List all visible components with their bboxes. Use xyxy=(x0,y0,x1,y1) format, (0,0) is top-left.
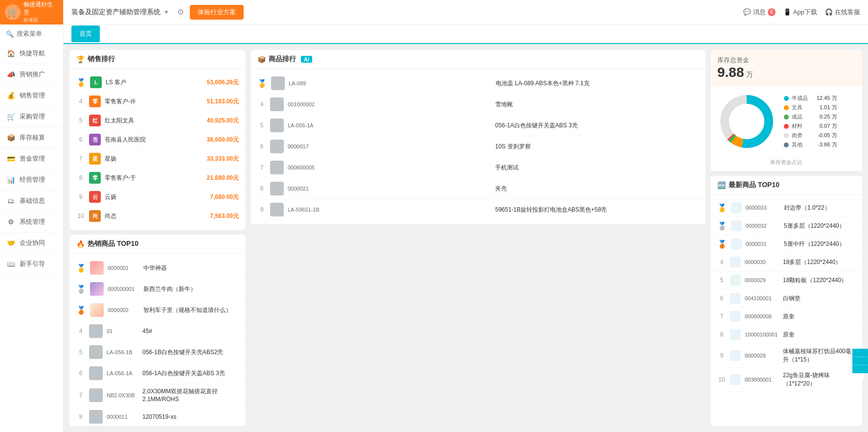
latest-item: 4 0000030 18多层（1220*2440） xyxy=(710,253,862,271)
rank-number: 8 xyxy=(76,413,85,420)
rank-item: 5 LA-056-1A 056-1A白色按键开关盖ABS 3壳 xyxy=(251,115,706,136)
product-thumb xyxy=(730,311,741,322)
medal-icon: 🥇 xyxy=(76,264,86,273)
sales-icon: 💰 xyxy=(6,92,16,99)
sidebar-item-basics[interactable]: 🗂 基础信息 xyxy=(0,191,63,212)
product-name: 智利车子里（规格不知道填什么） xyxy=(143,306,239,314)
sidebar-item-inventory[interactable]: 📦 库存核算 xyxy=(0,127,63,148)
latest-item: 5 0000029 18颗粒板（1220*2440） xyxy=(710,271,862,289)
rank-number: 6 xyxy=(717,295,726,302)
product-rank-title: 商品排行 xyxy=(269,55,296,64)
product-thumb xyxy=(271,76,285,90)
product-item: 8 0000011 12070519-xs xyxy=(69,407,246,426)
inventory-panel: 库存总资金 9.88 万 xyxy=(710,50,862,171)
nav-tabs: 首页 xyxy=(64,24,868,44)
product-code: 000500001 xyxy=(108,286,139,292)
product-thumb xyxy=(89,345,103,359)
product-thumb xyxy=(90,282,104,296)
app-download-btn[interactable]: 📱 App下载 xyxy=(783,8,817,17)
float-btn-service[interactable]: 客服热线 xyxy=(852,349,868,357)
product-code: 01 xyxy=(107,328,138,334)
settings-icon[interactable]: ⚙ xyxy=(177,7,184,17)
operations-icon: 📊 xyxy=(6,176,16,184)
tab-home[interactable]: 首页 xyxy=(71,25,100,42)
sidebar-item-sales[interactable]: 💰 销售管理 xyxy=(0,85,63,106)
legend-dot xyxy=(784,105,789,110)
product-name: 18多层（1220*2440） xyxy=(783,258,855,266)
product-item: 7 NB2.0X30B 2.0X30MM双搓花轴搓花直径2.1MM/ROHS xyxy=(69,384,246,407)
latest-item: 🥇 0000033 封边带（1.0*22） xyxy=(710,199,862,217)
rank-number: 4 xyxy=(257,101,266,108)
product-thumb xyxy=(730,257,741,267)
rank-number: 4 xyxy=(717,259,726,265)
float-btn-live[interactable]: 直播 xyxy=(852,365,868,373)
medal-icon: 🥉 xyxy=(76,306,86,315)
customer-name: 尚态 xyxy=(105,212,206,220)
sidebar-item-shortcuts[interactable]: 🏠 快捷导航 xyxy=(0,43,63,64)
product-name: 白钢垫 xyxy=(783,294,855,303)
product-thumb xyxy=(730,350,741,361)
product-name: 雪地靴 xyxy=(495,100,699,109)
online-service-btn[interactable]: 🎧 在线客服 xyxy=(825,8,860,17)
product-name: 12070519-xs xyxy=(142,413,239,420)
product-thumb xyxy=(90,303,104,317)
rank-item: 9 LA-59651-1B 59651-1B旋转投影灯电池盒ABS黑色+58壳 xyxy=(251,199,706,220)
legend-item-meat: 肉类 -0.05 万 xyxy=(784,132,837,139)
product-name: 22g鱼豆腐-烧烤味（1*12*20） xyxy=(783,371,855,388)
inventory-amount: 9.88 xyxy=(717,65,744,80)
sidebar-item-guide[interactable]: 📖 新手引导 xyxy=(0,254,63,275)
float-btn-community[interactable]: 服务社区 xyxy=(852,357,868,365)
rank-number: 8 xyxy=(257,185,266,192)
sidebar-item-purchase[interactable]: 🛒 采购管理 xyxy=(0,106,63,127)
hot-products-title: 热销商品 TOP10 xyxy=(88,240,138,248)
customer-amount: 51,183.00元 xyxy=(207,97,239,106)
rank-number: 6 xyxy=(257,143,266,150)
product-name: 056-1A白色按键开关盖ABS 3壳 xyxy=(495,121,699,130)
legend-item-finished: 成品 0.25 万 xyxy=(784,113,837,120)
latest-item: 8 10000100001 原奎 xyxy=(710,326,862,344)
product-code: 0000032 xyxy=(746,223,780,229)
sidebar-item-marketing[interactable]: 📣 营销推广 xyxy=(0,64,63,85)
customer-name: 星扬 xyxy=(105,155,203,163)
rank-number: 8 xyxy=(717,331,726,338)
product-code: 001000002 xyxy=(288,101,491,107)
product-thumb xyxy=(89,388,103,402)
product-code: LA-056-1B xyxy=(107,349,138,355)
product-rank-icon: 📦 xyxy=(257,55,266,63)
messages-btn[interactable]: 💬 消息 6 xyxy=(743,8,776,17)
sidebar-item-finance[interactable]: 💳 资金管理 xyxy=(0,148,63,169)
product-name: 2.0X30MM双搓花轴搓花直径2.1MM/ROHS xyxy=(142,387,239,403)
product-name: 59651-1B旋转投影灯电池盒ABS黑色+58壳 xyxy=(495,206,699,214)
product-item: 🥉 0000002 智利车子里（规格不知道填什么） xyxy=(69,300,246,321)
rank-item: 6 苍 苍南县人民医院 36,600.00元 xyxy=(69,130,246,149)
product-code: 0000011 xyxy=(107,414,138,420)
shortcuts-icon: 🏠 xyxy=(6,49,16,57)
latest-item: 10 003800001 22g鱼豆腐-烧烤味（1*12*20） xyxy=(710,368,862,392)
rank-number: 4 xyxy=(76,98,85,105)
rank-item: 8 零 零售客户-于 21,680.00元 xyxy=(69,168,246,188)
product-code: 0000017 xyxy=(288,144,491,149)
legend-dot xyxy=(784,133,789,138)
sidebar-logo: 🛒 畅捷通好生意 标准版 xyxy=(0,0,63,24)
sidebar-item-operations[interactable]: 📊 经营管理 xyxy=(0,169,63,191)
product-thumb xyxy=(270,97,284,111)
sidebar-item-system[interactable]: ⚙ 系统管理 xyxy=(0,212,63,233)
product-name: 056-1B白色按键开关壳ABS2壳 xyxy=(142,348,239,357)
sidebar-item-collab[interactable]: 🤝 企业协同 xyxy=(0,233,63,254)
rank-number: 7 xyxy=(76,392,85,399)
customer-amount: 36,600.00元 xyxy=(207,136,239,144)
trial-btn[interactable]: 体验行业方案 xyxy=(190,5,244,20)
legend-item-stationery: 文具 1.01 万 xyxy=(784,104,837,111)
latest-products-list: 🥇 0000033 封边带（1.0*22） 🥈 0000032 5厘多层（122… xyxy=(710,195,862,396)
product-rank-header: 📦 商品排行 Ai xyxy=(251,50,706,69)
latest-products-title: 最新商品 TOP10 xyxy=(729,181,779,190)
product-thumb xyxy=(730,329,741,340)
logo-text: 畅捷通好生意 标准版 xyxy=(23,1,58,23)
rank-number: 5 xyxy=(257,122,266,129)
product-thumb xyxy=(270,140,284,153)
rank-item: 🥇 L LS 客户 53,006.26元 xyxy=(69,73,246,92)
search-menu[interactable]: 🔍 搜索菜单 xyxy=(0,24,63,43)
product-item: 5 LA-056-1B 056-1B白色按键开关壳ABS2壳 xyxy=(69,342,246,363)
latest-item: 6 004100001 白钢垫 xyxy=(710,289,862,308)
hot-products-header: 🔥 热销商品 TOP10 xyxy=(69,235,246,254)
